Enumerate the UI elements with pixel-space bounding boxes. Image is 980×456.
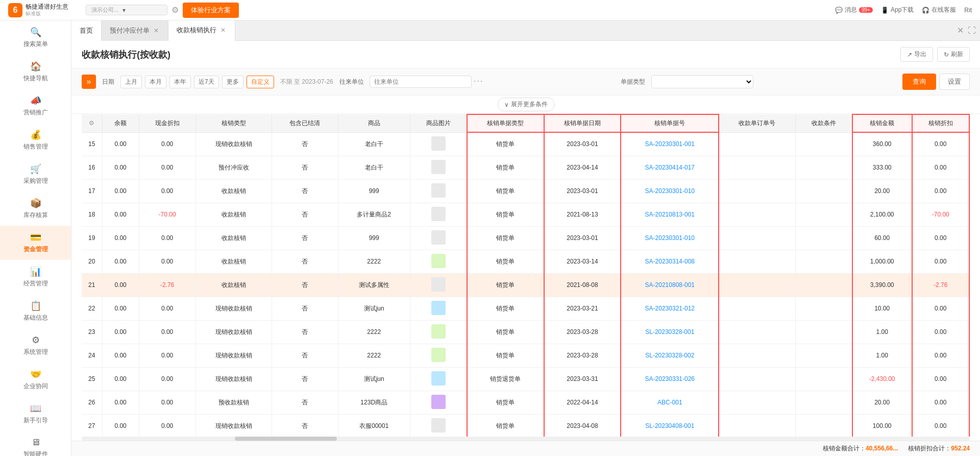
solution-button[interactable]: 体验行业方案 [183, 3, 239, 18]
cell-bill-date: 2023-03-21 [544, 297, 621, 320]
bill-no-link[interactable]: SA-20210808-001 [645, 281, 695, 289]
window-maximize-icon[interactable]: ⛶ [968, 26, 976, 35]
cell-bill-no[interactable]: SA-20210808-001 [621, 273, 719, 297]
query-button[interactable]: 查询 [902, 74, 936, 90]
column-settings-icon[interactable]: ⚙ [89, 119, 94, 127]
sidebar-item-operation[interactable]: 📊经营管理 [0, 260, 71, 294]
col-settings[interactable]: ⚙ [82, 114, 102, 132]
cell-receipt-terms [795, 179, 852, 203]
cell-product-img [410, 414, 467, 437]
sidebar-item-purchase[interactable]: 🛒采购管理 [0, 157, 71, 191]
sidebar-item-system[interactable]: ⚙系统管理 [0, 328, 71, 363]
cell-bill-no[interactable]: SL-20230328-002 [621, 344, 719, 367]
bill-no-link[interactable]: SA-20230301-010 [645, 234, 695, 242]
refresh-button[interactable]: ↻ 刷新 [937, 47, 970, 62]
sidebar-item-search[interactable]: 🔍搜索菜单 [0, 20, 71, 55]
table-container[interactable]: ⚙ 余额 现金折扣 核销类型 包含已结清 商品 商品图片 核销单据类型 核销单据… [71, 114, 980, 437]
last-7days-btn[interactable]: 近7天 [194, 76, 219, 88]
bill-no-link[interactable]: ABC-001 [657, 399, 682, 406]
cell-balance: 0.00 [102, 297, 139, 320]
sidebar-label-quick-nav: 快捷导航 [23, 74, 48, 83]
cell-verify-amount: 1.00 [852, 320, 912, 344]
tab-receipt[interactable]: 收款核销执行 ✕ [168, 20, 235, 41]
bill-no-link[interactable]: SL-20230328-001 [645, 328, 694, 335]
cell-bill-no[interactable]: SA-20230301-010 [621, 226, 719, 250]
bill-no-link[interactable]: SA-20230301-010 [645, 187, 695, 195]
more-btn[interactable]: 更多 [222, 76, 243, 88]
custom-date-btn[interactable]: 自定义 [247, 76, 274, 88]
cell-product-img [410, 297, 467, 320]
cell-bill-no[interactable]: SA-20230301-010 [621, 179, 719, 203]
sidebar-item-finance[interactable]: 💳资金管理 [0, 226, 71, 260]
cell-verify-type: 收款核销 [195, 273, 272, 297]
this-year-btn[interactable]: 本年 [169, 76, 191, 88]
window-close-icon[interactable]: ✕ [957, 26, 964, 35]
table-row: 25 0.00 0.00 现销收款核销 否 测试jun 销货退货单 2023-0… [82, 367, 969, 391]
bill-no-link[interactable]: SL-20230328-002 [645, 352, 694, 359]
bill-no-link[interactable]: SA-20230321-012 [645, 305, 695, 312]
cell-product-img [410, 391, 467, 414]
bill-no-link[interactable]: SA-20230314-008 [645, 258, 695, 265]
last-month-btn[interactable]: 上月 [120, 76, 142, 88]
cell-bill-no[interactable]: SA-20230331-026 [621, 367, 719, 391]
sidebar-item-guide[interactable]: 📖新手引导 [0, 397, 71, 431]
cell-product-img [410, 320, 467, 344]
cell-bill-no[interactable]: ABC-001 [621, 391, 719, 414]
sidebar-item-hardware[interactable]: 🖥智能硬件 [0, 431, 71, 456]
sidebar-item-enterprise[interactable]: 🤝企业协同 [0, 363, 71, 397]
cell-cash-discount: 0.00 [139, 391, 195, 414]
user-name[interactable]: Rit [964, 7, 972, 14]
cell-receipt-terms [795, 320, 852, 344]
partner-input[interactable] [370, 76, 472, 88]
gear-icon[interactable]: ⚙ [172, 5, 179, 15]
cell-receipt-order-no [719, 414, 795, 437]
basic-icon: 📋 [30, 300, 41, 311]
tab-prepay[interactable]: 预付冲应付单 ✕ [102, 20, 168, 41]
bill-no-link[interactable]: SA-20230331-026 [645, 375, 695, 382]
sidebar-label-search: 搜索菜单 [23, 40, 48, 49]
sidebar-item-quick-nav[interactable]: 🏠快捷导航 [0, 55, 71, 89]
company-selector[interactable]: 演示公司... ▾ [86, 5, 167, 15]
cell-verify-discount: -2.76 [912, 273, 969, 297]
cell-bill-no[interactable]: SL-20230408-001 [621, 414, 719, 437]
tab-home[interactable]: 首页 [71, 20, 102, 41]
cell-verify-discount: 0.00 [912, 297, 969, 320]
col-include-settled: 包含已结清 [272, 114, 338, 132]
cell-product: 2222 [338, 250, 410, 273]
receipt-tab-close-icon[interactable]: ✕ [219, 26, 227, 35]
expand-more-button[interactable]: ∨ 展开更多条件 [498, 98, 554, 111]
cell-bill-no[interactable]: SA-20230301-001 [621, 132, 719, 156]
cell-bill-no[interactable]: SA-20230414-017 [621, 156, 719, 179]
bill-no-link[interactable]: SA-20230301-001 [645, 140, 695, 148]
message-button[interactable]: 💬 消息 99+ [835, 6, 873, 14]
sidebar-item-basic[interactable]: 📋基础信息 [0, 294, 71, 328]
table-row: 21 0.00 -2.76 收款核销 否 测试多属性 销货单 2021-08-0… [82, 273, 969, 297]
this-month-btn[interactable]: 本月 [145, 76, 166, 88]
setting-button[interactable]: 设置 [939, 74, 970, 90]
cell-receipt-terms [795, 344, 852, 367]
app-download-button[interactable]: 📱 App下载 [881, 6, 914, 14]
scrollbar-thumb[interactable] [235, 437, 337, 441]
sidebar-item-sales[interactable]: 💰销售管理 [0, 123, 71, 157]
table-row: 15 0.00 0.00 现销收款核销 否 老白干 销货单 2023-03-01… [82, 132, 969, 156]
online-service-button[interactable]: 🎧 在线客服 [922, 6, 956, 14]
sidebar-item-inventory[interactable]: 📦库存核算 [0, 191, 71, 226]
bill-no-link[interactable]: SL-20230408-001 [645, 422, 694, 429]
cell-bill-no[interactable]: SA-20230314-008 [621, 250, 719, 273]
filter-expand-button[interactable]: » [82, 75, 96, 89]
cell-bill-no[interactable]: SL-20230328-001 [621, 320, 719, 344]
cell-bill-no[interactable]: SA-20210813-001 [621, 203, 719, 226]
bill-no-link[interactable]: SA-20230414-017 [645, 164, 695, 171]
date-filter-label: 日期 [102, 78, 114, 86]
partner-more-icon[interactable]: ··· [474, 77, 483, 85]
sidebar-label-guide: 新手引导 [23, 416, 48, 425]
horizontal-scrollbar[interactable] [82, 437, 970, 441]
sidebar-item-marketing[interactable]: 📣营销推广 [0, 89, 71, 123]
cell-bill-no[interactable]: SA-20230321-012 [621, 297, 719, 320]
cell-receipt-terms [795, 297, 852, 320]
prepay-tab-close-icon[interactable]: ✕ [153, 26, 160, 35]
bill-type-select[interactable] [651, 75, 753, 88]
bill-no-link[interactable]: SA-20210813-001 [645, 211, 695, 218]
export-button[interactable]: ↗ 导出 [900, 47, 933, 62]
cell-product: 老白干 [338, 132, 410, 156]
